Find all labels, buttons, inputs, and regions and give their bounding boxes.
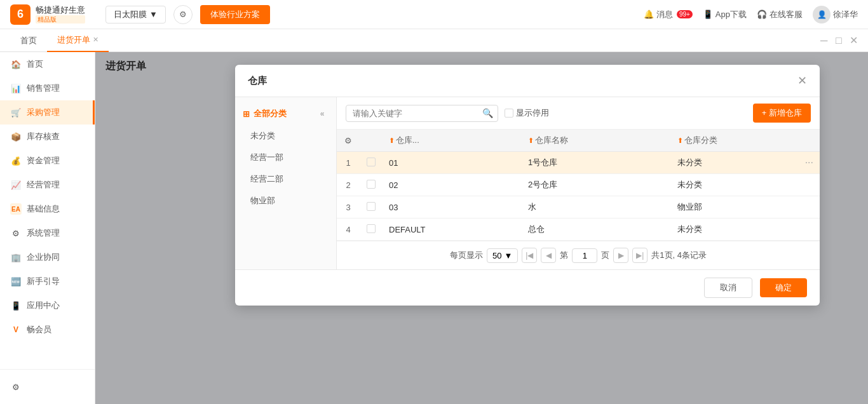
dialog-title: 仓库 <box>248 75 267 87</box>
row-num: 4 <box>337 219 360 241</box>
table-row[interactable]: 2 02 2号仓库 未分类 <box>337 174 820 196</box>
search-input[interactable] <box>346 105 498 122</box>
per-page-select[interactable]: 50 ▼ <box>487 248 518 263</box>
sidebar-item-system[interactable]: ⚙ 系统管理 <box>0 221 95 245</box>
row-more-button[interactable]: ··· <box>805 157 813 168</box>
headset-icon: 🎧 <box>757 10 767 19</box>
sidebar-item-guide[interactable]: 🆕 新手引导 <box>0 269 95 293</box>
window-controls[interactable]: ─ □ ✕ <box>820 34 858 46</box>
tab-purchase-order[interactable]: 进货开单 ✕ <box>47 29 109 52</box>
row-checkbox[interactable] <box>360 219 383 241</box>
table-row[interactable]: 4 DEFAULT 总仓 未分类 <box>337 219 820 241</box>
warehouse-table: ⚙ ⬆仓库... ⬆仓库名称 ⬆仓库分类 1 01 <box>337 130 820 241</box>
app-download-button[interactable]: 📱 App下载 <box>703 9 747 20</box>
row-name: 水 <box>522 196 670 219</box>
row-checkbox[interactable] <box>360 152 383 174</box>
sidebar: 🏠 首页 📊 销售管理 🛒 采购管理 📦 库存核查 💰 资金管理 📈 经营管理 … <box>0 52 95 404</box>
table-header-row: ⚙ ⬆仓库... ⬆仓库名称 ⬆仓库分类 <box>337 130 820 152</box>
row-code: 03 <box>383 196 522 219</box>
row-checkbox[interactable] <box>360 174 383 196</box>
dialog-header: 仓库 ✕ <box>235 65 820 97</box>
tab-home[interactable]: 首页 <box>10 29 47 52</box>
page-number-input[interactable] <box>572 248 597 263</box>
notification-button[interactable]: 🔔 消息 99+ <box>644 9 693 20</box>
sidebar-item-inventory[interactable]: 📦 库存核查 <box>0 125 95 149</box>
sales-icon: 📊 <box>10 83 22 94</box>
finance-icon: 💰 <box>10 155 22 166</box>
sidebar-item-operations[interactable]: 📈 经营管理 <box>0 173 95 197</box>
page-suffix-label: 页 <box>601 250 609 261</box>
first-page-button[interactable]: |◀ <box>522 248 537 263</box>
sidebar-item-member[interactable]: V 畅会员 <box>0 318 95 342</box>
settings-button[interactable]: ⚙ <box>173 5 193 24</box>
th-category[interactable]: ⬆仓库分类 <box>671 130 820 152</box>
cancel-button[interactable]: 取消 <box>704 278 752 298</box>
maximize-icon[interactable]: □ <box>836 35 842 46</box>
top-header: 6 畅捷通好生意 精品版 日太阳膜 ▼ ⚙ 体验行业方案 🔔 消息 99+ 📱 … <box>0 0 868 29</box>
show-disabled-toggle[interactable]: 显示停用 <box>505 107 549 119</box>
sidebar-item-purchase[interactable]: 🛒 采购管理 <box>0 100 95 125</box>
search-icon[interactable]: 🔍 <box>482 108 493 118</box>
prev-page-button[interactable]: ◀ <box>541 248 556 263</box>
add-warehouse-button[interactable]: + 新增仓库 <box>753 104 811 123</box>
table-row[interactable]: 1 01 1号仓库 未分类··· <box>337 152 820 174</box>
tab-close-icon[interactable]: ✕ <box>93 36 98 44</box>
sidebar-item-apps[interactable]: 📱 应用中心 <box>0 293 95 318</box>
search-wrap: 🔍 <box>346 105 498 122</box>
chevron-down-icon: ▼ <box>149 10 158 19</box>
category-item-ops1[interactable]: 经营一部 <box>235 147 336 168</box>
category-item-property[interactable]: 物业部 <box>235 190 336 212</box>
collapse-sidebar-button[interactable]: « <box>316 107 329 120</box>
sidebar-item-home[interactable]: 🏠 首页 <box>0 52 95 76</box>
user-menu-button[interactable]: 👤 徐泽华 <box>813 6 858 24</box>
row-checkbox[interactable] <box>360 196 383 219</box>
grid-icon: ⊞ <box>243 109 250 119</box>
row-name: 总仓 <box>522 219 670 241</box>
dialog-close-button[interactable]: ✕ <box>797 74 807 88</box>
gear-bottom-icon: ⚙ <box>10 381 22 393</box>
row-num: 1 <box>337 152 360 174</box>
category-all-header[interactable]: ⊞ 全部分类 « <box>235 102 336 125</box>
table-row[interactable]: 3 03 水 物业部 <box>337 196 820 219</box>
pagination: 每页显示 50 ▼ |◀ ◀ 第 页 ▶ ▶| 共 <box>337 241 820 269</box>
th-code[interactable]: ⬆仓库... <box>383 130 522 152</box>
content-area: 进货开单 仓库 ✕ ⊞ 全部分类 « <box>95 52 868 404</box>
settings-bottom-button[interactable]: ⚙ <box>0 375 95 399</box>
sidebar-bottom: ⚙ <box>0 369 95 404</box>
main-layout: 🏠 首页 📊 销售管理 🛒 采购管理 📦 库存核查 💰 资金管理 📈 经营管理 … <box>0 52 868 404</box>
sidebar-item-sales[interactable]: 📊 销售管理 <box>0 76 95 100</box>
total-info: 共1页, 4条记录 <box>651 250 707 261</box>
row-category: 未分类··· <box>671 152 820 174</box>
row-name: 1号仓库 <box>522 152 670 174</box>
logo-area: 6 畅捷通好生意 精品版 <box>10 4 105 25</box>
sidebar-item-enterprise[interactable]: 🏢 企业协同 <box>0 245 95 269</box>
th-checkbox <box>360 130 383 152</box>
inventory-icon: 📦 <box>10 131 22 142</box>
sidebar-item-finance[interactable]: 💰 资金管理 <box>0 149 95 173</box>
member-icon: V <box>10 324 22 335</box>
dialog-sidebar: ⊞ 全部分类 « 未分类 经营一部 经营二部 物业部 <box>235 97 337 269</box>
minimize-icon[interactable]: ─ <box>820 35 827 46</box>
operations-icon: 📈 <box>10 179 22 191</box>
show-disabled-checkbox[interactable] <box>505 109 513 118</box>
dialog-toolbar: 🔍 显示停用 + 新增仓库 <box>337 97 820 130</box>
th-name[interactable]: ⬆仓库名称 <box>522 130 670 152</box>
close-icon[interactable]: ✕ <box>850 35 858 46</box>
category-item-ops2[interactable]: 经营二部 <box>235 168 336 190</box>
row-category: 未分类 <box>671 219 820 241</box>
row-code: 01 <box>383 152 522 174</box>
next-page-button[interactable]: ▶ <box>613 248 628 263</box>
confirm-button[interactable]: 确定 <box>760 278 807 297</box>
chevron-down-icon: ▼ <box>504 251 512 260</box>
sub-nav: 首页 进货开单 ✕ ─ □ ✕ <box>0 29 868 52</box>
row-num: 3 <box>337 196 360 219</box>
last-page-button[interactable]: ▶| <box>632 248 648 263</box>
purchase-icon: 🛒 <box>10 107 22 118</box>
dialog-footer: 取消 确定 <box>235 269 820 306</box>
category-item-uncategorized[interactable]: 未分类 <box>235 125 336 147</box>
online-service-button[interactable]: 🎧 在线客服 <box>757 9 803 20</box>
sidebar-item-basic[interactable]: EA 基础信息 <box>0 197 95 221</box>
nav-selector[interactable]: 日太阳膜 ▼ <box>105 6 166 24</box>
trial-button[interactable]: 体验行业方案 <box>200 5 270 24</box>
enterprise-icon: 🏢 <box>10 252 22 263</box>
